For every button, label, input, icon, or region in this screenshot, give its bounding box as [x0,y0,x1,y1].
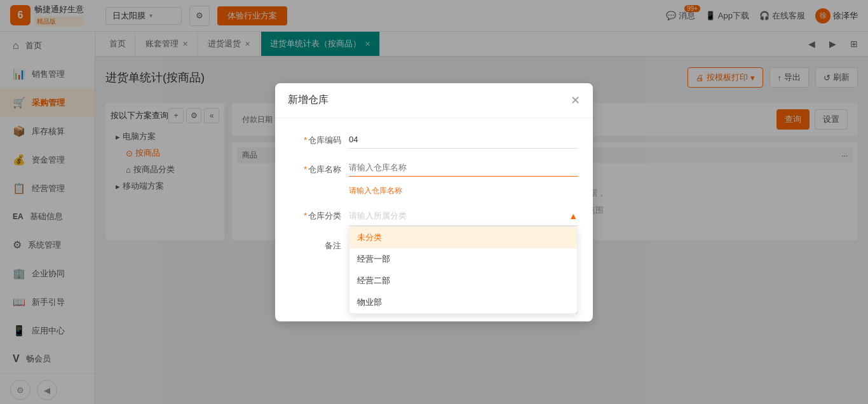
name-error-msg: 请输入仓库名称 [349,185,402,196]
form-row-name: 仓库名称 请输入仓库名称 [290,159,578,196]
dialog-title: 新增仓库 [288,93,329,107]
category-label: 仓库分类 [290,206,341,222]
form-row-code: 仓库编码 [290,131,578,149]
category-chevron-icon: ▲ [569,211,578,221]
code-input[interactable] [349,131,578,149]
name-label: 仓库名称 [290,160,341,175]
new-warehouse-dialog: 新增仓库 ✕ 仓库编码 仓库名称 请输入仓库名称 仓库分类 请输入所属分类 [275,83,593,321]
form-row-category: 仓库分类 请输入所属分类 ▲ 未分类 经营一部 经营二部 物业部 [290,206,578,226]
dropdown-item-property[interactable]: 物业部 [349,292,577,313]
code-label: 仓库编码 [290,131,341,146]
dialog-header: 新增仓库 ✕ [275,83,593,118]
note-label: 备注 [290,236,341,252]
category-placeholder: 请输入所属分类 [349,210,407,222]
name-input[interactable] [349,159,578,177]
dropdown-item-dept2[interactable]: 经营二部 [349,270,577,292]
category-dropdown: 未分类 经营一部 经营二部 物业部 [349,226,578,314]
dialog-overlay: 新增仓库 ✕ 仓库编码 仓库名称 请输入仓库名称 仓库分类 请输入所属分类 [0,0,868,404]
category-select[interactable]: 请输入所属分类 ▲ [349,206,578,226]
dropdown-item-uncategorized[interactable]: 未分类 [349,227,577,248]
dialog-close-button[interactable]: ✕ [571,93,580,107]
dialog-body: 仓库编码 仓库名称 请输入仓库名称 仓库分类 请输入所属分类 ▲ [275,118,593,285]
dropdown-item-dept1[interactable]: 经营一部 [349,248,577,270]
